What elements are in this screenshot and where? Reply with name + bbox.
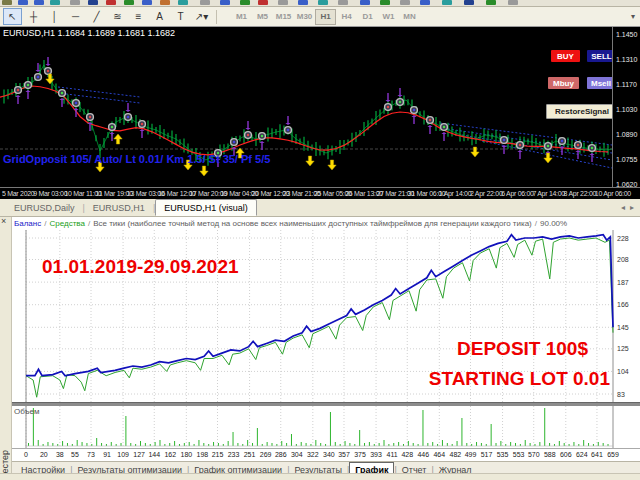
buy-button[interactable]: BUY (551, 50, 580, 62)
chart-tab-bar: EURUSD,Daily|EURUSD,H1|EURUSD,H1 (visual… (0, 199, 640, 217)
time-axis-label: 1 Apr 14:00 (439, 190, 472, 197)
price-scale-label: 1.1450 (616, 31, 637, 38)
toolbar-icon-fragment (34, 0, 44, 5)
trade-axis-label: 233 (228, 451, 240, 458)
volume-canvas (12, 406, 640, 448)
msell-button[interactable]: Msell (587, 77, 615, 89)
horizontal-line-tool-icon[interactable]: ─ (66, 8, 85, 25)
toolbar-icon-fragment (142, 0, 152, 5)
mbuy-button[interactable]: Mbuy (548, 77, 579, 89)
close-tester-button[interactable]: × (1, 217, 6, 226)
trade-axis-label: 198 (197, 451, 209, 458)
timeframe-w1[interactable]: W1 (378, 9, 399, 25)
trade-axis-label: 570 (528, 451, 540, 458)
vertical-line-tool-icon[interactable]: │ (45, 8, 64, 25)
price-chart-area[interactable]: EURUSD,H1 1.1684 1.1689 1.1681 1.1682 Gr… (0, 27, 640, 199)
trendline-tool-icon[interactable]: ╱ (87, 8, 106, 25)
volume-panel: Объем (12, 406, 640, 448)
trade-axis-label: 624 (576, 451, 588, 458)
trade-axis-label: 428 (401, 451, 413, 458)
trade-axis-label: 144 (148, 451, 160, 458)
trade-axis-label: 464 (433, 451, 445, 458)
annotation-starting-lot: STARTING LOT 0.01 (429, 368, 610, 390)
annotation-deposit: DEPOSIT 100$ (457, 338, 588, 360)
toolbar-icon-fragment (18, 0, 28, 5)
tab-scroll-left-icon[interactable]: ◂ (621, 203, 625, 212)
trade-axis-label: 162 (164, 451, 176, 458)
trade-axis-label: 127 (133, 451, 145, 458)
toolbar-separator (216, 10, 217, 24)
trade-axis-label: 641 (591, 451, 603, 458)
tab-scroll-arrows: ◂ ▸ (621, 203, 640, 212)
trade-axis-label: 659 (607, 451, 619, 458)
toolbar-icon-fragment (258, 0, 268, 5)
trade-axis-label: 0 (24, 451, 28, 458)
metatrader-window: ↖┼│─╱≋≡AT↗▾ M1M5M15M30H1H4D1W1MN ▾ EURUS… (0, 0, 640, 480)
chart-tab-1[interactable]: EURUSD,H1 (85, 200, 153, 215)
time-axis-label: 10 Apr 06:00 (595, 190, 631, 197)
trade-axis-label: 499 (465, 451, 477, 458)
timeframe-m1[interactable]: M1 (231, 9, 252, 25)
svg-text:125: 125 (617, 345, 629, 352)
header-separator: / (88, 219, 90, 228)
trade-axis-label: 180 (180, 451, 192, 458)
toolbar-icon-fragment (420, 0, 430, 5)
tab-scroll-right-icon[interactable]: ▸ (630, 203, 634, 212)
toolbar-overflow-icon[interactable]: ▾ (631, 12, 638, 21)
trade-axis-label: 73 (87, 451, 95, 458)
trade-axis-label: 269 (260, 451, 272, 458)
timeframe-m5[interactable]: M5 (252, 9, 273, 25)
toolbar-icon-fragment (70, 0, 80, 5)
svg-text:145: 145 (617, 324, 629, 331)
toolbar-icon-fragment (318, 0, 328, 5)
trade-axis-label: 411 (387, 451, 398, 458)
toolbar-icon-fragment (360, 0, 370, 5)
equity-legend: Средства (49, 219, 84, 228)
trade-axis-label: 588 (544, 451, 556, 458)
timeframe-h1[interactable]: H1 (315, 9, 336, 25)
cropped-toolbar-icons (0, 0, 640, 7)
timeframe-m15[interactable]: M15 (273, 9, 294, 25)
modelling-quality: 90.00% (540, 219, 567, 228)
ea-status-text: GridOpposit 105/ Auto/ Lt 0.01/ Km 1.5/ … (3, 153, 270, 165)
trade-axis-label: 304 (291, 451, 303, 458)
toolbar-icon-fragment (486, 0, 496, 5)
trade-axis-label: 215 (212, 451, 224, 458)
toolbar-icon-fragment (200, 0, 210, 5)
strategy-tester-panel: × Тестер Баланс / Средства / Все тики (н… (0, 217, 640, 480)
channel-tool-icon[interactable]: ≡ (129, 8, 148, 25)
drawing-tools-group: ↖┼│─╱≋≡AT↗▾ (2, 8, 212, 25)
restore-signal-button[interactable]: RestoreSignal (546, 104, 618, 119)
trade-axis-label: 446 (417, 451, 429, 458)
toolbar-icon-fragment (278, 0, 288, 5)
chart-tabs-group: EURUSD,Daily|EURUSD,H1|EURUSD,H1 (visual… (6, 199, 257, 216)
toolbar-icon-fragment (442, 0, 452, 5)
fibonacci-tool-icon[interactable]: ≋ (108, 8, 127, 25)
text-label-tool-icon[interactable]: T (171, 8, 190, 25)
timeframe-d1[interactable]: D1 (357, 9, 378, 25)
annotation-test-period: 01.01.2019-29.09.2021 (42, 256, 239, 278)
tester-main-area: Баланс / Средства / Все тики (наиболее т… (12, 217, 640, 480)
bottom-filler-strip (0, 473, 640, 480)
timeframe-h4[interactable]: H4 (336, 9, 357, 25)
toolbar-icon-fragment (380, 0, 390, 5)
timeframe-mn[interactable]: MN (399, 9, 420, 25)
price-scale-label: 1.1310 (616, 56, 637, 63)
trade-axis-label: 38 (56, 451, 64, 458)
crosshair-tool-icon[interactable]: ┼ (24, 8, 43, 25)
price-scale: 1.14501.13101.11701.10301.08901.07551.06… (612, 27, 640, 188)
text-tool-icon[interactable]: A (150, 8, 169, 25)
chart-tab-2[interactable]: EURUSD,H1 (visual) (155, 199, 257, 216)
arrows-tool-icon[interactable]: ↗▾ (192, 8, 211, 25)
timeframe-m30[interactable]: M30 (294, 9, 315, 25)
toolbar-icon-fragment (124, 0, 134, 5)
chart-tab-0[interactable]: EURUSD,Daily (6, 200, 83, 215)
toolbar-icon-fragment (400, 0, 410, 5)
trade-axis-label: 340 (323, 451, 335, 458)
svg-text:104: 104 (617, 368, 629, 375)
time-axis-label: 2 Apr 22:00 (470, 190, 503, 197)
tester-graph-header: Баланс / Средства / Все тики (наиболее т… (12, 217, 640, 230)
cursor-tool-icon[interactable]: ↖ (3, 8, 22, 25)
time-axis-label: 6 Apr 06:00 (501, 190, 534, 197)
price-scale-label: 1.0890 (616, 131, 637, 138)
